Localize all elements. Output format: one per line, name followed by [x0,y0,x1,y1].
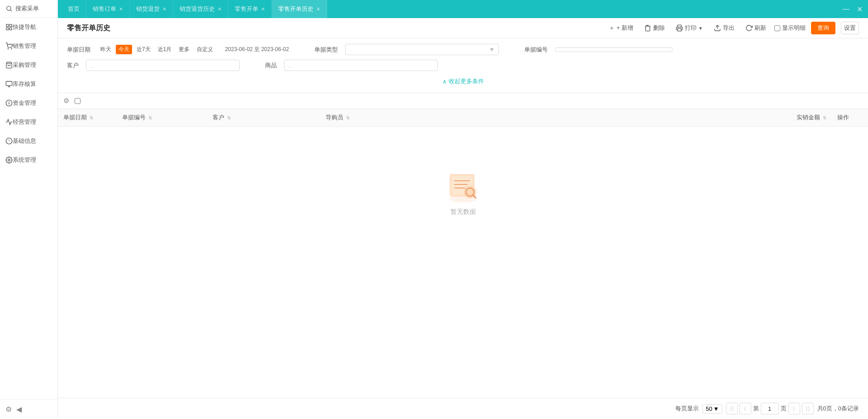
svg-point-0 [7,6,11,10]
empty-state: 暂无数据 [58,127,868,252]
sidebar-item-system-mgmt-label: 系统管理 [13,156,36,164]
next-page-btn[interactable]: ⟩ [788,403,800,414]
goods-filter-input[interactable]: ... [284,60,438,71]
collapse-filter-btn[interactable]: ∧ 收起更多条件 [67,75,859,87]
tab-sales-return-history-close[interactable]: ✕ [218,6,222,12]
prev-page-btn[interactable]: ⟨ [740,403,751,414]
add-icon: ＋ [609,24,615,32]
sidebar-item-operations-label: 经营管理 [13,118,36,126]
tab-sales-return[interactable]: 销货退货 ✕ [130,0,173,18]
minimize-button[interactable]: — [840,5,851,13]
table-settings-icon[interactable]: ⚙ [63,97,69,105]
per-page-select[interactable]: 50 ▼ [702,404,722,414]
sort-guide-icon[interactable]: ⇅ [346,115,350,120]
refresh-label: 刷新 [754,24,766,32]
col-amount[interactable]: 实销金额 ⇅ [388,109,832,127]
pagination: 每页显示 50 ▼ ⟨⟨ ⟨ 第 页 ⟩ ⟩⟩ 共0页，0条记录 [58,398,868,419]
type-filter-select[interactable]: ▼ [345,44,499,55]
date-shortcut-more[interactable]: 更多 [176,45,192,54]
tab-sales-order[interactable]: 销售订单 ✕ [86,0,130,18]
customer-filter-input[interactable]: ... [86,60,240,71]
sidebar-item-operations[interactable]: 经营管理 [0,113,57,132]
date-shortcut-custom[interactable]: 自定义 [194,45,216,54]
add-button[interactable]: ＋ + 新增 [606,22,636,34]
last-page-btn[interactable]: ⟩⟩ [802,403,814,414]
export-label: 导出 [723,24,735,32]
refresh-icon [745,24,753,32]
date-shortcut-yesterday[interactable]: 昨天 [98,45,114,54]
goods-placeholder: ... [288,62,293,69]
sidebar-item-basic-info-label: 基础信息 [13,137,36,145]
sidebar-item-purchase-mgmt-label: 采购管理 [13,61,36,69]
tab-retail-history[interactable]: 零售开单历史 ✕ [272,0,327,18]
export-button[interactable]: 导出 [711,22,737,34]
sidebar-item-finance[interactable]: 资金管理 [0,94,57,113]
svg-rect-3 [9,24,12,27]
settings-icon[interactable]: ⚙ [5,405,12,414]
date-filter-label: 单据日期 [67,46,90,54]
col-customer[interactable]: 客户 ⇅ [207,109,320,127]
query-button[interactable]: 查询 [811,22,835,34]
sidebar-item-basic-info[interactable]: 基础信息 [0,132,57,151]
sidebar-item-sales-mgmt[interactable]: 销售管理 [0,37,57,56]
print-button[interactable]: 打印 ▼ [673,22,706,34]
sidebar-item-system-mgmt[interactable]: 系统管理 [0,151,57,169]
per-page-dropdown-icon: ▼ [713,405,719,412]
sort-number-icon[interactable]: ⇅ [148,115,152,120]
sort-customer-icon[interactable]: ⇅ [227,115,231,120]
sort-amount-icon[interactable]: ⇅ [823,115,826,120]
tab-sales-order-close[interactable]: ✕ [119,6,123,12]
display-detail-input[interactable] [774,25,780,31]
date-shortcut-today[interactable]: 今天 [116,45,132,54]
col-date[interactable]: 单据日期 ⇅ [58,109,117,127]
sidebar-item-inventory[interactable]: 库存核算 [0,75,57,94]
per-page-value: 50 [706,405,712,412]
tab-retail-open-label: 零售开单 [235,5,258,13]
delete-button[interactable]: 删除 [641,22,668,34]
customer-filter-label: 客户 [67,61,79,70]
tab-sales-return-history[interactable]: 销货退货历史 ✕ [173,0,228,18]
settings-label: 设置 [844,24,856,32]
print-dropdown-icon[interactable]: ▼ [698,26,703,31]
empty-state-illustration [441,163,486,208]
tab-retail-open-close[interactable]: ✕ [261,6,265,12]
date-shortcuts: 昨天 今天 近7天 近1月 更多 自定义 [98,45,216,54]
col-number[interactable]: 单据编号 ⇅ [117,109,207,127]
sidebar-item-sales-mgmt-label: 销售管理 [13,42,36,50]
number-filter-input[interactable] [555,47,673,52]
svg-rect-2 [6,24,9,27]
pagination-nav: ⟨⟨ ⟨ 第 页 ⟩ ⟩⟩ [726,403,814,414]
tab-sales-return-history-label: 销货退货历史 [180,5,215,13]
tab-sales-return-close[interactable]: ✕ [162,6,166,12]
sidebar-collapse-icon[interactable]: ◀ [16,405,22,414]
svg-rect-9 [6,81,12,85]
close-button[interactable]: ✕ [855,5,864,14]
delete-icon [644,24,651,32]
svg-line-1 [10,10,12,11]
tab-retail-history-close[interactable]: ✕ [316,6,320,12]
sidebar-search[interactable]: 搜索采单 [0,0,57,18]
sidebar-item-purchase-mgmt[interactable]: 采购管理 [0,56,57,75]
settings-button[interactable]: 设置 [841,22,859,34]
date-shortcut-1month[interactable]: 近1月 [155,45,175,54]
date-shortcut-7days[interactable]: 近7天 [134,45,153,54]
first-page-btn[interactable]: ⟨⟨ [726,403,738,414]
sidebar-item-finance-label: 资金管理 [13,99,36,107]
sort-date-icon[interactable]: ⇅ [90,115,93,120]
page-number-input[interactable] [761,403,779,414]
refresh-button[interactable]: 刷新 [743,22,769,34]
display-detail-checkbox[interactable]: 显示明细 [774,24,806,32]
table-select-all[interactable] [75,98,81,104]
sidebar-item-inventory-label: 库存核算 [13,80,36,88]
content-area: 零售开单历史 ＋ + 新增 删除 打印 ▼ [58,18,868,419]
page-prefix-label: 第 [753,405,759,413]
svg-rect-4 [6,28,9,30]
tab-retail-open[interactable]: 零售开单 ✕ [228,0,272,18]
tab-home[interactable]: 首页 [62,0,86,18]
display-detail-label: 显示明细 [782,24,806,32]
type-filter-label: 单据类型 [314,46,338,54]
empty-state-text: 暂无数据 [451,208,476,216]
col-guide[interactable]: 导购员 ⇅ [320,109,388,127]
sidebar-item-quick-nav[interactable]: 快捷导航 [0,18,57,37]
tab-sales-order-label: 销售订单 [93,5,116,13]
